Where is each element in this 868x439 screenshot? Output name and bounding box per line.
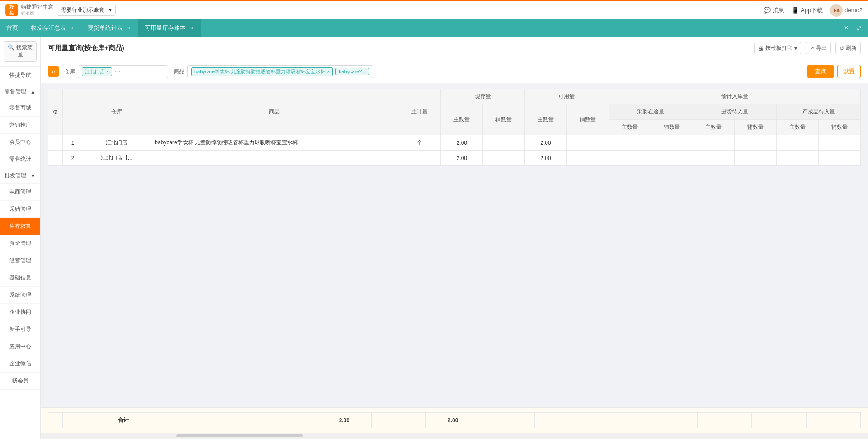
app-download-btn[interactable]: 📱 App下载	[792, 6, 823, 14]
chevron-down-icon: ▼	[30, 173, 36, 179]
col-product-main: 主数量	[777, 120, 819, 135]
col-product: 商品	[150, 89, 399, 135]
chevron-up-icon: ▲	[30, 89, 36, 95]
query-button[interactable]: 查询	[807, 65, 834, 78]
sidebar-item-wholesale-mgmt[interactable]: 批发管理 ▼	[0, 168, 40, 184]
sidebar-item-inventory-check-label: 库存核算	[9, 222, 31, 230]
table-row[interactable]: 1 江北门店 babycare学饮杯 儿童防摔防撞吸管杯重力球吸嘴杯宝宝水杯 个…	[48, 135, 861, 151]
tab-expand-btn[interactable]: ⤢	[854, 23, 864, 33]
table-container[interactable]: ⚙ 仓库 商品 主计量 现存量 可用量 预计入库量 主数量 辅数量 主数量 辅数…	[41, 83, 868, 407]
tab-order-stats[interactable]: 要货单统计表 ×	[81, 19, 138, 37]
search-menu-btn[interactable]: 🔍 搜索菜单	[4, 41, 37, 62]
chevron-down-icon: ▾	[794, 45, 797, 52]
warehouse-label: 仓库	[64, 68, 75, 76]
toggle-icon: »	[52, 68, 55, 75]
warehouse-tag-0[interactable]: 江北门店 ×	[82, 67, 112, 76]
col-avail-main: 主数量	[525, 104, 567, 135]
footer-empty-2	[63, 413, 77, 428]
sidebar-item-app-center[interactable]: 应用中心	[0, 338, 40, 355]
message-icon: 💬	[764, 7, 771, 14]
sidebar-item-vip-member-label: 畅会员	[12, 377, 28, 385]
sidebar-item-basic-info[interactable]: 基础信息	[0, 269, 40, 287]
table-row[interactable]: 2 江北门店【... 2.00 2.00	[48, 151, 861, 166]
tab-available-stock[interactable]: 可用量库存账本 ×	[138, 19, 201, 37]
filter-toggle-btn[interactable]: »	[48, 66, 59, 77]
sidebar-item-quick-nav[interactable]: 快捷导航	[0, 67, 40, 84]
tab-available-stock-close[interactable]: ×	[189, 25, 195, 31]
sidebar-item-purchase-mgmt[interactable]: 采购管理	[0, 201, 40, 218]
warehouse-tag-close[interactable]: ×	[106, 69, 109, 74]
warehouse-more-btn[interactable]: ···	[115, 67, 121, 76]
horizontal-scrollbar[interactable]	[41, 433, 868, 439]
row-stock-main-0: 2.00	[441, 135, 483, 151]
row-stock-aux-1	[483, 151, 525, 166]
sidebar-item-member-center[interactable]: 会员中心	[0, 134, 40, 151]
message-btn[interactable]: 💬 消息	[764, 6, 784, 14]
logo-icon: 好生	[5, 4, 18, 16]
sidebar-item-inventory-check[interactable]: 库存核算	[0, 218, 40, 235]
footer-product-aux	[806, 413, 860, 428]
sidebar-item-retail-mall[interactable]: 零售商城	[0, 99, 40, 117]
export-icon: ↗	[810, 45, 814, 52]
sidebar-item-ecommerce-mgmt-label: 电商管理	[9, 188, 31, 196]
sidebar-item-new-guide[interactable]: 新手引导	[0, 321, 40, 338]
refresh-label: 刷新	[846, 44, 857, 52]
print-icon: 🖨	[758, 45, 764, 52]
page-header: 可用量查询(按仓库+商品) 🖨 按模板打印 ▾ ↗ 导出 ↺ 刷新	[41, 37, 868, 60]
sidebar-item-ops-mgmt[interactable]: 经营管理	[0, 252, 40, 269]
sidebar-item-enterprise-wechat[interactable]: 企业微信	[0, 355, 40, 373]
logo-text-area: 畅捷通好生意 标准版	[21, 4, 53, 16]
logo-line2: 标准版	[21, 10, 53, 17]
sidebar-item-system-mgmt[interactable]: 系统管理	[0, 287, 40, 304]
tab-receipts[interactable]: 收发存汇总表 ×	[24, 19, 81, 37]
header-right: 💬 消息 📱 App下载 Ea demo2	[764, 4, 863, 17]
row-unit-0: 个	[399, 135, 441, 151]
footer-incoming-aux	[698, 413, 752, 428]
warehouse-filter-field: 仓库 江北门店 × ···	[64, 65, 168, 78]
table-footer: 合计 2.00 2.00	[41, 407, 868, 433]
footer-empty-3	[77, 413, 113, 428]
template-print-btn[interactable]: 🖨 按模板打印 ▾	[754, 42, 801, 54]
avatar-initials: Ea	[834, 8, 840, 13]
scroll-thumb[interactable]	[176, 434, 303, 437]
row-stock-main-1: 2.00	[441, 151, 483, 166]
sidebar-item-marketing[interactable]: 营销推广	[0, 117, 40, 134]
sidebar-item-finance-mgmt[interactable]: 资金管理	[0, 235, 40, 252]
settings-button[interactable]: 设置	[837, 65, 861, 78]
row-index-1: 2	[63, 151, 83, 166]
footer-avail-main: 2.00	[426, 413, 480, 428]
footer-table: 合计 2.00 2.00	[48, 412, 861, 428]
product-tag-0-close[interactable]: ×	[327, 69, 330, 74]
sidebar-item-retail-mgmt[interactable]: 零售管理 ▲	[0, 84, 40, 99]
tab-close-all-btn[interactable]: ×	[841, 23, 852, 33]
footer-empty-4	[290, 413, 317, 428]
refresh-btn[interactable]: ↺ 刷新	[835, 42, 861, 54]
export-btn[interactable]: ↗ 导出	[806, 42, 831, 54]
app-download-label: App下载	[801, 6, 823, 14]
refresh-icon: ↺	[840, 45, 844, 52]
warehouse-input[interactable]: 江北门店 × ···	[78, 65, 168, 78]
footer-product-main	[752, 413, 806, 428]
row-avail-aux-1	[566, 151, 609, 166]
row-product-aux-0	[819, 135, 861, 151]
user-area[interactable]: Ea demo2	[830, 4, 863, 17]
col-settings[interactable]: ⚙	[48, 89, 63, 135]
tab-order-stats-close[interactable]: ×	[126, 25, 132, 31]
product-label: 商品	[174, 68, 184, 76]
product-tag-0[interactable]: babycare学饮杯 儿童防摔防撞吸管杯重力球吸嘴杯宝宝水杯 ×	[191, 67, 333, 76]
warehouse-tag-label: 江北门店	[85, 68, 105, 75]
sidebar-item-ecommerce-mgmt[interactable]: 电商管理	[0, 184, 40, 201]
row-product-main-0	[777, 135, 819, 151]
col-stock-aux: 辅数量	[483, 104, 525, 135]
product-input[interactable]: babycare学饮杯 儿童防摔防撞吸管杯重力球吸嘴杯宝宝水杯 × babyca…	[187, 65, 373, 78]
tab-receipts-close[interactable]: ×	[69, 25, 75, 31]
product-tag-1[interactable]: babycare?...	[335, 68, 369, 75]
industry-selector[interactable]: 母婴行业演示账套 ▾	[57, 5, 116, 16]
sidebar-item-vip-member[interactable]: 畅会员	[0, 373, 40, 390]
sidebar-item-enterprise-collab[interactable]: 企业协同	[0, 304, 40, 321]
sidebar-item-purchase-mgmt-label: 采购管理	[9, 205, 31, 213]
tab-home[interactable]: 首页	[0, 19, 24, 37]
sidebar-item-retail-stats[interactable]: 零售统计	[0, 151, 40, 168]
row-p-transit-aux-0	[651, 135, 693, 151]
row-stock-aux-0	[483, 135, 525, 151]
